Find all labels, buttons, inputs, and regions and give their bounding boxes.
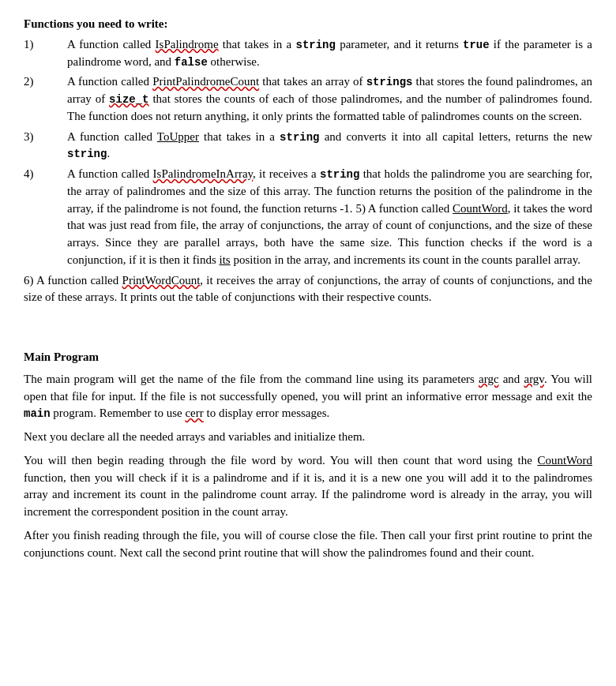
item-num-2: 2) bbox=[24, 73, 67, 125]
item-content-1: A function called IsPalindrome that take… bbox=[67, 36, 592, 71]
main-para-1: The main program will get the name of th… bbox=[24, 371, 592, 422]
main-keyword: main bbox=[24, 407, 51, 420]
item-content-4: A function called IsPalindromeInArray, i… bbox=[67, 166, 592, 269]
strings-type: strings bbox=[366, 76, 413, 88]
argc-param: argc bbox=[479, 373, 499, 385]
main-program-section: Main Program The main program will get t… bbox=[24, 349, 592, 561]
function-item-2: 2) A function called PrintPalindromeCoun… bbox=[24, 73, 592, 125]
cerr-keyword: cerr bbox=[185, 407, 203, 419]
function-item-4: 4) A function called IsPalindromeInArray… bbox=[24, 166, 592, 269]
functions-section: Functions you need to write: 1) A functi… bbox=[24, 16, 592, 306]
string-type-4: string bbox=[320, 168, 359, 181]
is-palindrome-in-array-func: IsPalindromeInArray bbox=[153, 167, 254, 180]
argv-param: argv bbox=[524, 373, 543, 385]
size-t-type: size_t bbox=[109, 93, 148, 106]
item-content-2: A function called PrintPalindromeCount t… bbox=[67, 73, 592, 125]
functions-title: Functions you need to write: bbox=[24, 16, 592, 33]
spacer-1 bbox=[24, 321, 592, 335]
item-num-3: 3) bbox=[24, 129, 67, 163]
function-item-1: 1) A function called IsPalindrome that t… bbox=[24, 36, 592, 71]
false-keyword: false bbox=[175, 56, 208, 69]
its-word: its bbox=[219, 253, 230, 266]
is-palindrome-func: IsPalindrome bbox=[156, 38, 219, 51]
count-word-func: CountWord bbox=[453, 202, 508, 215]
functions-title-text: Functions you need to write: bbox=[24, 17, 168, 30]
string-type-1: string bbox=[296, 39, 336, 51]
item-num-1: 1) bbox=[24, 36, 67, 71]
item-content-3: A function called ToUpper that takes in … bbox=[67, 129, 592, 163]
main-program-title: Main Program bbox=[24, 349, 592, 366]
main-para-4: After you finish reading through the fil… bbox=[24, 527, 592, 562]
count-word-ref: CountWord bbox=[537, 454, 592, 467]
main-para-2: Next you declare all the needed arrays a… bbox=[24, 429, 592, 446]
string-type-3: string bbox=[280, 131, 319, 144]
print-palindrome-count-func: PrintPalindromeCount bbox=[152, 75, 259, 88]
main-para-3: You will then begin reading through the … bbox=[24, 452, 592, 521]
item-num-4: 4) bbox=[24, 166, 67, 269]
main-content: Functions you need to write: 1) A functi… bbox=[24, 16, 592, 561]
to-upper-func: ToUpper bbox=[157, 130, 199, 143]
function-item-3: 3) A function called ToUpper that takes … bbox=[24, 129, 592, 163]
function-item-6: 6) A function called PrintWordCount, it … bbox=[24, 272, 592, 307]
true-keyword: true bbox=[463, 39, 490, 51]
spacer-2 bbox=[24, 335, 592, 349]
string-type-3b: string bbox=[67, 148, 107, 160]
print-word-count-func: PrintWordCount bbox=[122, 274, 201, 287]
